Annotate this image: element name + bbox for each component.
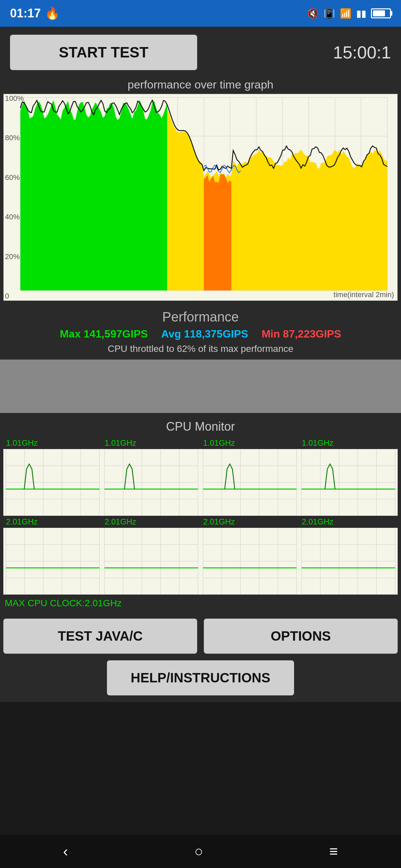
perf-label: Performance [7,309,394,324]
vibrate-icon: 📳 [323,8,335,19]
start-test-button[interactable]: START TEST [10,35,197,70]
cpu-cell-4: 2.01GHz [3,516,102,595]
performance-chart [4,94,397,301]
cpu-cell-label-6: 2.01GHz [200,516,299,528]
cpu-cell-label-1: 1.01GHz [102,437,200,449]
perf-stats: Performance Max 141,597GIPS Avg 118,375G… [0,304,401,360]
mute-icon: 🔇 [307,8,319,19]
graph-time-label: time(interval 2min) [334,290,394,299]
perf-avg: Avg 118,375GIPS [161,328,248,340]
cpu-cell-inner-0 [3,449,102,516]
cpu-grids: 1.01GHz1.01GHz1.01GHz1.01GHz2.01GHz2.01G… [0,437,401,595]
cpu-cell-inner-2 [200,449,299,516]
status-bar: 01:17 🔥 🔇 📳 📶 ▮▮ [0,0,401,27]
cpu-cell-label-7: 2.01GHz [299,516,398,528]
cpu-cell-0: 1.01GHz [3,437,102,516]
battery-fill [373,10,385,17]
cpu-cell-6: 2.01GHz [200,516,299,595]
cpu-cell-5: 2.01GHz [102,516,200,595]
btn-row-2: HELP/INSTRUCTIONS [3,660,398,695]
status-icons: 🔇 📳 📶 ▮▮ [307,8,391,19]
back-button[interactable]: ‹ [53,840,78,863]
cpu-monitor: CPU Monitor 1.01GHz1.01GHz1.01GHz1.01GHz… [0,413,401,612]
cpu-cell-7: 2.01GHz [299,516,398,595]
status-time-area: 01:17 🔥 [10,6,60,20]
throttle-text: CPU throttled to 62% of its max performa… [7,344,394,354]
perf-min: Min 87,223GIPS [262,328,341,340]
cpu-cell-inner-4 [3,528,102,595]
spacer [0,360,401,413]
cpu-cell-3: 1.01GHz [299,437,398,516]
cpu-cell-label-2: 1.01GHz [200,437,299,449]
cpu-monitor-title: CPU Monitor [0,413,401,437]
graph-section: performance over time graph 100% 80% 60%… [0,78,401,304]
extra-space [0,702,401,802]
cpu-cell-inner-6 [200,528,299,595]
graph-container: 100% 80% 60% 40% 20% 0 time(interval 2mi… [3,94,398,301]
cpu-cell-label-0: 1.01GHz [3,437,102,449]
graph-title: performance over time graph [3,78,398,91]
battery-icon [371,8,391,18]
options-button[interactable]: OPTIONS [204,619,398,654]
app-content: START TEST 15:00:1 performance over time… [0,27,401,802]
help-instructions-button[interactable]: HELP/INSTRUCTIONS [107,660,294,695]
flame-icon: 🔥 [45,6,60,20]
cpu-cell-label-5: 2.01GHz [102,516,200,528]
test-java-c-button[interactable]: TEST JAVA/C [3,619,197,654]
home-button[interactable]: ○ [184,840,213,863]
btn-row-1: TEST JAVA/C OPTIONS [3,619,398,654]
nav-bar: ‹ ○ ≡ [0,835,401,868]
cpu-cell-inner-7 [299,528,398,595]
cpu-cell-2: 1.01GHz [200,437,299,516]
menu-button[interactable]: ≡ [319,840,348,863]
cpu-cell-inner-3 [299,449,398,516]
wifi-icon: 📶 [340,8,351,19]
top-controls: START TEST 15:00:1 [0,27,401,78]
perf-max: Max 141,597GIPS [60,328,148,340]
cpu-cell-1: 1.01GHz [102,437,200,516]
timer-display: 15:00:1 [333,42,391,62]
cpu-cell-label-4: 2.01GHz [3,516,102,528]
max-cpu-label: MAX CPU CLOCK:2.01GHz [0,595,401,612]
cpu-cell-inner-5 [102,528,200,595]
bottom-buttons: TEST JAVA/C OPTIONS HELP/INSTRUCTIONS [0,612,401,702]
signal-icon: ▮▮ [356,8,366,19]
cpu-cell-label-3: 1.01GHz [299,437,398,449]
time-display: 01:17 [10,6,41,20]
perf-numbers: Max 141,597GIPS Avg 118,375GIPS Min 87,2… [7,328,394,340]
cpu-cell-inner-1 [102,449,200,516]
battery-tip [391,11,392,16]
